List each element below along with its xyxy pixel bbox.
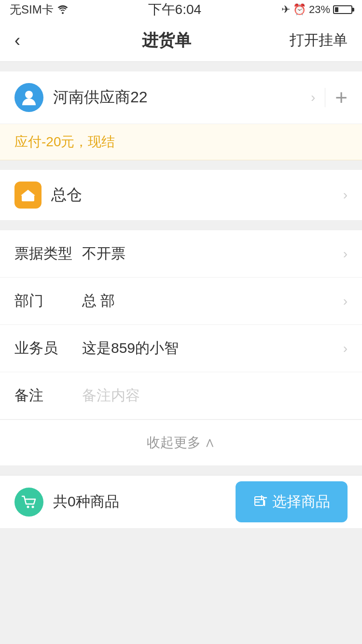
- warehouse-icon: [20, 187, 36, 203]
- status-bar-right: ✈ ⏰ 23%: [281, 3, 352, 16]
- warning-banner: 应付-20元，现结: [0, 124, 362, 160]
- status-time: 下午6:04: [148, 0, 202, 19]
- svg-rect-6: [255, 497, 264, 505]
- salesperson-label: 业务员: [14, 338, 82, 358]
- status-bar: 无SIM卡 下午6:04 ✈ ⏰ 23%: [0, 0, 362, 19]
- top-divider: [0, 62, 362, 71]
- page-title: 进货单: [142, 29, 191, 52]
- supplier-name: 河南供应商22: [53, 87, 311, 108]
- carrier-label: 无SIM卡: [10, 2, 54, 17]
- warehouse-row[interactable]: 总仓 ›: [0, 170, 362, 221]
- wifi-icon: [57, 5, 68, 14]
- supplier-row[interactable]: 河南供应商22 › +: [0, 71, 362, 124]
- nav-bar: ‹ 进货单 打开挂单: [0, 19, 362, 62]
- select-product-button[interactable]: 选择商品: [236, 481, 348, 522]
- divider-1: [0, 160, 362, 170]
- open-pending-button[interactable]: 打开挂单: [290, 30, 348, 50]
- department-label: 部门: [14, 291, 82, 311]
- warehouse-chevron-icon: ›: [343, 187, 348, 203]
- add-supplier-button[interactable]: +: [335, 87, 348, 108]
- supplier-section: 河南供应商22 › + 应付-20元，现结: [0, 71, 362, 160]
- battery-fill: [335, 7, 338, 12]
- main-content: 河南供应商22 › + 应付-20元，现结 总仓 › 票据类型 不开票 ›: [0, 62, 362, 644]
- collapse-label: 收起更多 ∧: [147, 434, 216, 452]
- svg-rect-3: [26, 197, 30, 201]
- battery-icon: [333, 5, 352, 14]
- warehouse-icon-bg: [14, 182, 42, 209]
- invoice-type-value: 不开票: [82, 244, 343, 264]
- salesperson-value: 这是859的小智: [82, 338, 343, 358]
- remark-value: 备注内容: [82, 386, 348, 406]
- supplier-avatar: [14, 83, 43, 112]
- warning-text: 应付-20元，现结: [14, 134, 115, 149]
- remark-label: 备注: [14, 386, 82, 406]
- svg-point-5: [32, 505, 34, 508]
- warehouse-name: 总仓: [51, 184, 343, 206]
- location-icon: ✈: [281, 3, 290, 16]
- svg-point-4: [27, 505, 29, 508]
- department-chevron-icon: ›: [343, 294, 348, 309]
- salesperson-chevron-icon: ›: [343, 341, 348, 356]
- product-icon-bg: [14, 488, 43, 517]
- cart-small-icon: [20, 493, 38, 511]
- collapse-row[interactable]: 收起更多 ∧: [0, 420, 362, 465]
- bottom-bar: 共0种商品 选择商品: [0, 475, 362, 528]
- invoice-type-chevron-icon: ›: [343, 246, 348, 262]
- remark-row[interactable]: 备注 备注内容: [0, 372, 362, 420]
- svg-marker-2: [21, 190, 35, 196]
- supplier-chevron-icon: ›: [311, 90, 315, 105]
- select-product-icon: [253, 495, 267, 509]
- status-bar-left: 无SIM卡: [10, 2, 68, 17]
- vertical-divider: [325, 88, 325, 107]
- salesperson-row[interactable]: 业务员 这是859的小智 ›: [0, 325, 362, 372]
- form-section: 票据类型 不开票 › 部门 总 部 › 业务员 这是859的小智 › 备注 备注…: [0, 230, 362, 465]
- battery-label: 23%: [309, 3, 330, 16]
- invoice-type-label: 票据类型: [14, 244, 82, 264]
- person-icon: [20, 89, 38, 106]
- divider-2: [0, 221, 362, 230]
- product-count-label: 共0种商品: [53, 492, 236, 512]
- back-button[interactable]: ‹: [14, 30, 43, 51]
- department-row[interactable]: 部门 总 部 ›: [0, 278, 362, 325]
- department-value: 总 部: [82, 291, 343, 311]
- invoice-type-row[interactable]: 票据类型 不开票 ›: [0, 230, 362, 278]
- select-product-label: 选择商品: [272, 492, 330, 512]
- svg-point-0: [25, 91, 33, 98]
- alarm-icon: ⏰: [293, 3, 306, 16]
